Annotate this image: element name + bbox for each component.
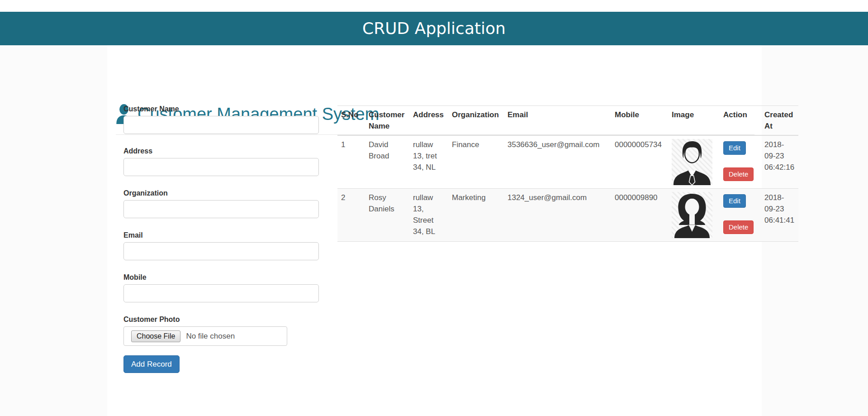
cell-sno: 1 bbox=[337, 135, 365, 189]
records-table-wrap: S.No Customer Name Address Organization … bbox=[337, 105, 798, 242]
app-title: CRUD Application bbox=[362, 20, 506, 37]
cell-sno: 2 bbox=[337, 189, 365, 242]
field-label: Organization bbox=[123, 189, 319, 197]
column-header: Address bbox=[409, 106, 448, 136]
form-group: Organization bbox=[123, 189, 319, 218]
edit-button[interactable]: Edit bbox=[723, 141, 746, 155]
form-group: Email bbox=[123, 231, 319, 260]
form-group: Customer Name bbox=[123, 105, 319, 134]
field-label: Customer Photo bbox=[123, 315, 319, 324]
cell-address: rullaw 13, Street 34, BL bbox=[409, 189, 448, 242]
app-header: CRUD Application bbox=[0, 12, 868, 45]
cell-created-at: 2018-09-23 06:41:41 bbox=[761, 189, 798, 242]
file-status-text: No file chosen bbox=[186, 332, 235, 341]
form-group: Mobile bbox=[123, 273, 319, 302]
field-label: Mobile bbox=[123, 273, 319, 282]
column-header: Mobile bbox=[611, 106, 668, 136]
photo-form-group: Customer Photo Choose File No file chose… bbox=[123, 315, 319, 346]
form-input[interactable] bbox=[123, 158, 319, 176]
column-header: Email bbox=[504, 106, 611, 136]
file-input[interactable]: Choose File No file chosen bbox=[123, 326, 287, 346]
field-label: Address bbox=[123, 147, 319, 155]
delete-button[interactable]: Delete bbox=[723, 220, 754, 234]
choose-file-button[interactable]: Choose File bbox=[131, 330, 180, 342]
column-header: Customer Name bbox=[365, 106, 409, 136]
column-header: S.No bbox=[337, 106, 365, 136]
form-input[interactable] bbox=[123, 116, 319, 134]
top-strip bbox=[0, 0, 868, 12]
cell-name: David Broad bbox=[365, 135, 409, 189]
column-header: Organization bbox=[448, 106, 504, 136]
column-header: Image bbox=[668, 106, 720, 136]
cell-image bbox=[668, 135, 720, 189]
main-container: Customer Management System Customer Name… bbox=[107, 45, 762, 416]
cell-created-at: 2018-09-23 06:42:16 bbox=[761, 135, 798, 189]
table-row: 1 David Broad rullaw 13, tret 34, NL Fin… bbox=[337, 135, 798, 189]
form-group: Address bbox=[123, 147, 319, 176]
column-header: Action bbox=[720, 106, 761, 136]
delete-button[interactable]: Delete bbox=[723, 167, 754, 181]
cell-email: 1324_user@gmail.com bbox=[504, 189, 611, 242]
cell-mobile: 00000005734 bbox=[611, 135, 668, 189]
form-input[interactable] bbox=[123, 242, 319, 260]
cell-organization: Finance bbox=[448, 135, 504, 189]
customer-avatar bbox=[672, 192, 712, 238]
add-record-button[interactable]: Add Record bbox=[123, 355, 180, 373]
cell-organization: Marketing bbox=[448, 189, 504, 242]
form-input[interactable] bbox=[123, 200, 319, 218]
cell-email: 3536636_user@gmail.com bbox=[504, 135, 611, 189]
cell-address: rullaw 13, tret 34, NL bbox=[409, 135, 448, 189]
customer-form: Customer Name Address Organization Email… bbox=[123, 105, 319, 373]
edit-button[interactable]: Edit bbox=[723, 194, 746, 208]
customer-records-table: S.No Customer Name Address Organization … bbox=[337, 105, 798, 242]
table-row: 2 Rosy Daniels rullaw 13, Street 34, BL … bbox=[337, 189, 798, 242]
cell-action: Edit Delete bbox=[720, 189, 761, 242]
column-header: Created At bbox=[761, 106, 798, 136]
table-header-row: S.No Customer Name Address Organization … bbox=[337, 106, 798, 136]
customer-avatar bbox=[672, 139, 712, 185]
cell-name: Rosy Daniels bbox=[365, 189, 409, 242]
cell-mobile: 0000009890 bbox=[611, 189, 668, 242]
cell-action: Edit Delete bbox=[720, 135, 761, 189]
field-label: Email bbox=[123, 231, 319, 239]
form-input[interactable] bbox=[123, 284, 319, 302]
cell-image bbox=[668, 189, 720, 242]
field-label: Customer Name bbox=[123, 105, 319, 113]
